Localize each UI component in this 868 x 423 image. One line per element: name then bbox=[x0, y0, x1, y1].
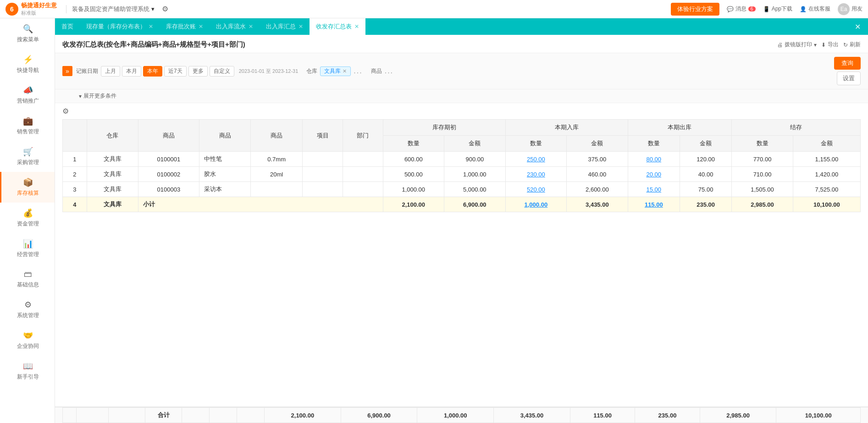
subtotal-out-qty-link[interactable]: 115.00 bbox=[645, 201, 663, 208]
cell-out-qty[interactable]: 15.00 bbox=[628, 182, 680, 197]
warehouse-tag[interactable]: 文具库 ✕ bbox=[320, 66, 351, 76]
table-row: 2 文具库 0100002 胶水 20ml 500.00 1,000.00 23… bbox=[63, 167, 861, 182]
expand-btn[interactable]: » bbox=[62, 66, 72, 76]
print-btn[interactable]: 🖨 拨镜版打印 ▾ bbox=[777, 41, 817, 49]
tab-inout-flow[interactable]: 出入库流水 ✕ bbox=[210, 18, 260, 35]
guide-icon: 📖 bbox=[23, 361, 33, 371]
online-service-action[interactable]: 👤 在线客服 bbox=[800, 5, 830, 13]
col-header-balance-qty: 数量 bbox=[732, 136, 793, 152]
chevron-down-icon: ▾ bbox=[79, 93, 82, 99]
in-qty-link[interactable]: 230.00 bbox=[527, 171, 545, 178]
user-label: 用友 bbox=[851, 5, 862, 13]
cell-in-qty[interactable]: 520.00 bbox=[505, 182, 567, 197]
sidebar-item-marketing[interactable]: 📣 营销推广 bbox=[0, 80, 55, 110]
out-qty-link[interactable]: 80.00 bbox=[647, 156, 662, 163]
purchase-icon: 🛒 bbox=[23, 147, 33, 157]
date-btn-custom[interactable]: 自定义 bbox=[210, 66, 234, 77]
message-icon: 💬 bbox=[727, 6, 734, 12]
date-btn-last-month[interactable]: 上月 bbox=[101, 66, 120, 77]
tab-close-icon[interactable]: ✕ bbox=[199, 23, 203, 30]
page-title: 收发存汇总表(按仓库+商品编码+商品+规格型号+项目+部门) bbox=[62, 40, 245, 49]
close-all-tabs-icon[interactable]: ✕ bbox=[851, 23, 864, 31]
sidebar-item-management[interactable]: 📊 经营管理 bbox=[0, 233, 55, 264]
sidebar-item-system[interactable]: ⚙ 系统管理 bbox=[0, 294, 55, 325]
cell-project bbox=[303, 182, 343, 197]
page-actions: 🖨 拨镜版打印 ▾ ⬇ 导出 ↻ 刷新 bbox=[777, 41, 861, 49]
in-qty-link[interactable]: 520.00 bbox=[527, 186, 545, 193]
sidebar-item-basic[interactable]: 🗃 基础信息 bbox=[0, 264, 55, 294]
sidebar-item-collab[interactable]: 🤝 企业协同 bbox=[0, 325, 55, 356]
col-header-in-qty: 数量 bbox=[505, 136, 567, 152]
sidebar-item-sales[interactable]: 💼 销售管理 bbox=[0, 110, 55, 141]
total-spec bbox=[182, 408, 210, 423]
date-btn-7days[interactable]: 近7天 bbox=[164, 66, 187, 77]
user-action[interactable]: Ea 用友 bbox=[838, 3, 862, 15]
out-qty-link[interactable]: 20.00 bbox=[647, 171, 662, 178]
cell-opening-qty: 500.00 bbox=[383, 167, 444, 182]
tab-inout-summary[interactable]: 出入库汇总 ✕ bbox=[260, 18, 310, 35]
total-label bbox=[63, 408, 77, 423]
cell-in-qty[interactable]: 230.00 bbox=[505, 167, 567, 182]
col-header-out: 本期出库 bbox=[628, 120, 732, 136]
cell-in-qty[interactable]: 250.00 bbox=[505, 152, 567, 167]
tab-inventory-dist[interactable]: 现存量（库存分布表） ✕ bbox=[80, 18, 160, 35]
set-btn[interactable]: 设置 bbox=[837, 71, 861, 85]
tab-batch[interactable]: 库存批次账 ✕ bbox=[160, 18, 210, 35]
cell-project bbox=[303, 167, 343, 182]
refresh-icon: ↻ bbox=[843, 42, 848, 48]
filter-group: 记账日期 上月 本月 本年 近7天 更多 自定义 2023-01-01 至 20… bbox=[76, 66, 393, 77]
system-selector[interactable]: 装备及固定资产辅助管理系统 ▾ bbox=[61, 5, 155, 13]
subtotal-in-qty-link[interactable]: 1,000.00 bbox=[525, 201, 548, 208]
col-header-opening: 库存期初 bbox=[383, 120, 505, 136]
query-btn[interactable]: 查询 bbox=[834, 57, 861, 70]
system-title: 装备及固定资产辅助管理系统 bbox=[66, 5, 149, 13]
date-filter-label: 记账日期 bbox=[76, 67, 98, 75]
warehouse-filter-dots[interactable]: ... bbox=[354, 67, 362, 75]
date-btn-this-month[interactable]: 本月 bbox=[122, 66, 141, 77]
header-left: 6 畅捷通好生意 标准版 装备及固定资产辅助管理系统 ▾ ⚙ bbox=[6, 2, 168, 16]
col-header-project: 项目 bbox=[303, 120, 343, 152]
cell-goods-name: 采访本 bbox=[199, 182, 251, 197]
sidebar-item-search[interactable]: 🔍 搜索菜单 bbox=[0, 18, 55, 49]
sidebar-item-quicknav[interactable]: ⚡ 快捷导航 bbox=[0, 49, 55, 80]
tab-close-icon[interactable]: ✕ bbox=[354, 23, 359, 30]
tab-home[interactable]: 首页 bbox=[55, 18, 80, 35]
warehouse-tag-close-icon[interactable]: ✕ bbox=[343, 68, 347, 74]
sidebar-item-guide[interactable]: 📖 新手引导 bbox=[0, 356, 55, 386]
tab-close-icon[interactable]: ✕ bbox=[249, 23, 253, 30]
tab-receive-send[interactable]: 收发存汇总表 ✕ bbox=[310, 18, 365, 35]
try-btn[interactable]: 体验行业方案 bbox=[671, 3, 719, 16]
sidebar-item-finance[interactable]: 💰 资金管理 bbox=[0, 203, 55, 233]
avatar: Ea bbox=[838, 3, 850, 15]
tab-close-icon[interactable]: ✕ bbox=[299, 23, 303, 30]
col-header-warehouse: 仓库 bbox=[87, 120, 138, 152]
date-btn-more[interactable]: 更多 bbox=[188, 66, 208, 77]
date-btn-this-year[interactable]: 本年 bbox=[143, 66, 162, 77]
in-qty-link[interactable]: 250.00 bbox=[527, 156, 545, 163]
subtotal-in-qty[interactable]: 1,000.00 bbox=[505, 197, 567, 212]
sidebar-item-label: 资金管理 bbox=[17, 220, 39, 228]
cell-balance-amt: 1,420.00 bbox=[793, 167, 860, 182]
total-row: 合计 2,100.00 6,900.00 1,000.00 3,435.00 1… bbox=[63, 408, 861, 423]
col-header-out-amt: 金额 bbox=[680, 136, 731, 152]
refresh-btn[interactable]: ↻ 刷新 bbox=[843, 41, 861, 49]
sidebar-item-inventory[interactable]: 📦 库存核算 bbox=[0, 172, 55, 203]
app-download-action[interactable]: 📱 App下载 bbox=[763, 5, 792, 13]
table-settings-icon[interactable]: ⚙ bbox=[62, 107, 69, 115]
settings-icon[interactable]: ⚙ bbox=[162, 5, 168, 13]
tab-close-icon[interactable]: ✕ bbox=[149, 23, 153, 30]
message-action[interactable]: 💬 消息 6 bbox=[727, 5, 756, 13]
goods-filter-dots[interactable]: ... bbox=[385, 67, 393, 75]
logo-icon: 6 bbox=[6, 3, 18, 16]
out-qty-link[interactable]: 15.00 bbox=[647, 186, 662, 193]
cell-out-qty[interactable]: 20.00 bbox=[628, 167, 680, 182]
chevron-down-icon: ▾ bbox=[151, 5, 155, 12]
expand-more-btn[interactable]: ▾ 展开更多条件 bbox=[79, 92, 116, 100]
cell-out-qty[interactable]: 80.00 bbox=[628, 152, 680, 167]
sidebar-item-purchase[interactable]: 🛒 采购管理 bbox=[0, 141, 55, 172]
tab-label: 库存批次账 bbox=[166, 22, 196, 31]
tab-bar-end: ✕ bbox=[851, 22, 868, 31]
export-btn[interactable]: ⬇ 导出 bbox=[821, 41, 839, 49]
top-header: 6 畅捷通好生意 标准版 装备及固定资产辅助管理系统 ▾ ⚙ 体验行业方案 💬 … bbox=[0, 0, 868, 18]
subtotal-out-qty[interactable]: 115.00 bbox=[628, 197, 680, 212]
